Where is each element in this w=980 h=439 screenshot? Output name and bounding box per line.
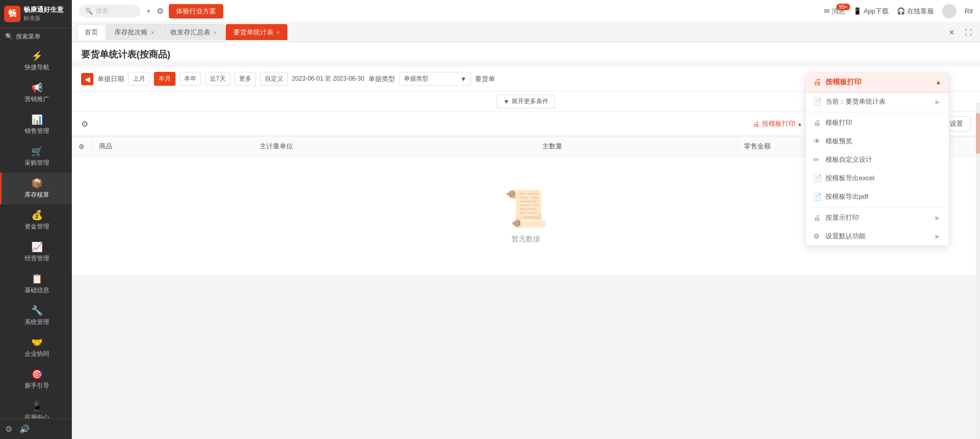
template-print-icon: 🖨: [813, 119, 820, 127]
template-pdf-label: 按模板导出pdf: [826, 192, 868, 201]
topbar-search-text: 搜索: [96, 7, 108, 15]
tab-home-label: 首页: [85, 28, 98, 37]
topbar: 🔍 搜索 ▼ ⚙ 体验行业方案 ✉ 消息 99+ 📱 App下载 🎧 在线客服 …: [72, 0, 980, 23]
tab-close-btn[interactable]: ✕: [945, 26, 958, 39]
expand-more-button[interactable]: ▼ 展开更多条件: [497, 94, 555, 108]
display-print-icon: 🖨: [813, 214, 820, 222]
date-btn-custom[interactable]: 自定义: [260, 72, 288, 86]
guide-icon: 🎯: [31, 369, 43, 380]
customer-service-btn[interactable]: 🎧 在线客服: [897, 7, 934, 16]
settings-bottom-icon[interactable]: ⚙: [5, 424, 12, 434]
sidebar-item-operations[interactable]: 📈 经营管理: [0, 236, 72, 268]
user-avatar[interactable]: [942, 4, 956, 18]
sidebar-item-system[interactable]: 🔧 系统管理: [0, 300, 72, 332]
date-range-display: 2023-06-01 至 2023-06-30: [292, 74, 364, 83]
system-icon: 🔧: [31, 305, 43, 316]
col-settings[interactable]: ⚙: [72, 137, 93, 157]
topbar-dropdown-icon[interactable]: ▼: [146, 8, 151, 14]
sidebar-item-quick-nav[interactable]: ⚡ 快捷导航: [0, 45, 72, 77]
dropdown-display-print[interactable]: 🖨 按显示打印 ▶: [806, 208, 949, 227]
toolbar-gear-icon[interactable]: ⚙: [81, 119, 88, 129]
display-print-arrow: ▶: [935, 215, 939, 221]
messages-btn[interactable]: ✉ 消息 99+: [824, 7, 845, 16]
dropdown-set-default[interactable]: ⚙ 设置默认功能 ▶: [806, 227, 949, 245]
right-scrollbar[interactable]: [976, 103, 980, 439]
display-print-label: 按显示打印: [826, 213, 859, 222]
collab-icon: 🤝: [31, 337, 43, 348]
dropdown-template-excel[interactable]: 📄 按模板导出excel: [806, 169, 949, 187]
dropdown-template-custom[interactable]: ✏ 模板自定义设计: [806, 150, 949, 169]
topbar-search[interactable]: 🔍 搜索: [79, 5, 141, 17]
topbar-search-icon: 🔍: [85, 8, 93, 15]
sidebar-item-basic[interactable]: 📋 基础信息: [0, 268, 72, 300]
template-excel-label: 按模板导出excel: [826, 174, 874, 183]
app-download-label: App下载: [864, 7, 889, 16]
template-excel-icon: 📄: [813, 174, 822, 182]
app-name: 畅康通好生意: [24, 5, 64, 14]
date-btn-this-year[interactable]: 本年: [180, 72, 201, 86]
app-download-btn[interactable]: 📱 App下载: [853, 7, 889, 16]
col-quantity: 主数量: [536, 137, 737, 157]
tab-receipt-summary[interactable]: 收发存汇总表 ×: [163, 24, 224, 40]
trial-button[interactable]: 体验行业方案: [169, 4, 223, 18]
date-btn-more[interactable]: 更多: [234, 72, 256, 86]
date-filter-label: 单据日期: [97, 74, 124, 84]
dropdown-close-arrow[interactable]: ▲: [935, 79, 942, 86]
content-area: 要货单统计表(按商品) ◀ 单据日期 上月 本月 本年 近7天 更多 自定义 2…: [72, 42, 980, 439]
dropdown-template-pdf[interactable]: 📄 按模板导出pdf: [806, 187, 949, 206]
set-default-label: 设置默认功能: [826, 232, 866, 241]
operations-label: 经营管理: [25, 254, 49, 263]
dropdown-header-title: 按模板打印: [826, 78, 935, 87]
inventory-icon: 📦: [31, 178, 43, 189]
search-icon: 🔍: [5, 33, 13, 40]
date-btn-last-month[interactable]: 上月: [128, 72, 150, 86]
expand-icon: ▼: [503, 98, 509, 105]
date-btn-this-month[interactable]: 本月: [154, 72, 175, 86]
main-area: 🔍 搜索 ▼ ⚙ 体验行业方案 ✉ 消息 99+ 📱 App下载 🎧 在线客服 …: [72, 0, 980, 439]
tab-inventory-batch[interactable]: 库存批次账 ×: [107, 24, 162, 40]
tab-order-stats-close[interactable]: ×: [277, 29, 280, 35]
template-preview-icon: 👁: [813, 137, 820, 145]
empty-illustration: 📜: [504, 187, 548, 230]
page-header: 要货单统计表(按商品): [72, 42, 980, 61]
marketing-label: 营销推广: [25, 95, 49, 104]
sidebar-bottom: ⚙ 🔊: [0, 418, 72, 439]
sidebar-item-guide[interactable]: 🎯 新手引导: [0, 364, 72, 395]
set-default-icon: ⚙: [813, 232, 820, 240]
col-product: 商品: [93, 137, 253, 157]
collab-label: 企业协同: [25, 350, 49, 358]
search-menu[interactable]: 🔍 搜索菜单: [0, 28, 72, 45]
username-label: Rit: [965, 7, 973, 15]
print-label: 按模板打印: [762, 119, 795, 128]
tab-expand-btn[interactable]: ⛶: [962, 26, 975, 39]
tab-order-stats[interactable]: 要货单统计表 ×: [226, 24, 287, 40]
dropdown-current-template[interactable]: 📄 当前：要货单统计表 ▶: [806, 92, 949, 111]
sidebar-item-inventory[interactable]: 📦 库存核算: [0, 173, 72, 204]
topbar-gear-icon[interactable]: ⚙: [156, 6, 164, 16]
sidebar-item-purchase[interactable]: 🛒 采购管理: [0, 141, 72, 173]
empty-text: 暂无数据: [512, 235, 540, 244]
quick-nav-icon: ⚡: [31, 50, 43, 62]
dropdown-template-print[interactable]: 🖨 模板打印: [806, 113, 949, 132]
sidebar-item-marketing[interactable]: 📢 营销推广: [0, 77, 72, 109]
purchase-label: 采购管理: [25, 159, 49, 167]
print-button[interactable]: 🖨 按模板打印 ▲: [749, 117, 807, 130]
sidebar-item-finance[interactable]: 💰 资金管理: [0, 204, 72, 236]
finance-label: 资金管理: [25, 222, 49, 231]
sidebar-item-apps[interactable]: 📱 应用中心: [0, 395, 72, 418]
dropdown-template-preview[interactable]: 👁 模板预览: [806, 132, 949, 150]
sound-bottom-icon[interactable]: 🔊: [19, 424, 30, 434]
tab-home[interactable]: 首页: [77, 24, 106, 40]
print-chevron-up: ▲: [797, 121, 802, 127]
filter-toggle-button[interactable]: ◀: [81, 73, 93, 85]
right-scrollbar-thumb: [976, 113, 980, 154]
date-btn-7days[interactable]: 近7天: [205, 72, 230, 86]
sales-label: 销售管理: [25, 127, 49, 136]
tab-inventory-batch-close[interactable]: ×: [151, 29, 154, 35]
system-label: 系统管理: [25, 318, 49, 327]
tab-receipt-summary-close[interactable]: ×: [213, 29, 217, 35]
current-template-icon: 📄: [813, 98, 822, 106]
sidebar-item-sales[interactable]: 📊 销售管理: [0, 109, 72, 141]
order-type-select[interactable]: 单据类型 ▼: [399, 72, 471, 86]
sidebar-item-collab[interactable]: 🤝 企业协同: [0, 332, 72, 364]
